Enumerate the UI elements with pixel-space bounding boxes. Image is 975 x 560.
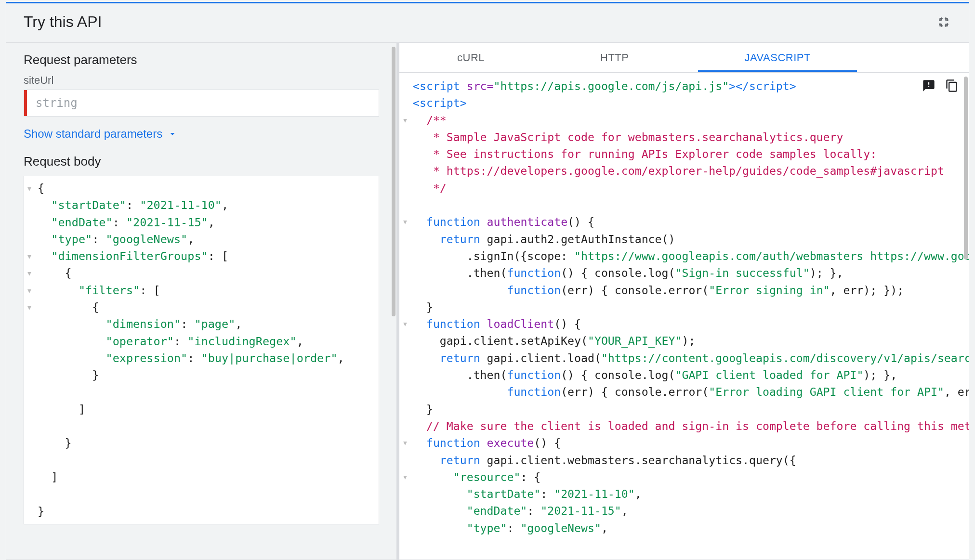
chevron-down-icon (167, 129, 178, 139)
request-pane: Request parameters siteUrl Show standard… (6, 43, 399, 560)
api-explorer-panel: Try this API Request parameters siteUrl … (6, 2, 969, 560)
copy-icon (945, 79, 959, 92)
scrollbar-thumb[interactable] (964, 77, 968, 260)
code-actions (921, 78, 960, 94)
panel-title: Try this API (24, 13, 102, 31)
code-sample-js[interactable]: <script src="https://apis.google.com/js/… (411, 73, 969, 560)
code-fold-gutter: ▾ ▾ ▾ ▾▾ (399, 73, 411, 560)
copy-button[interactable] (944, 78, 960, 94)
json-fold-gutter: ▾▾▾▾▾ (24, 176, 35, 524)
scrollbar-thumb[interactable] (392, 47, 395, 316)
show-standard-parameters-label: Show standard parameters (24, 127, 162, 141)
code-area: ▾ ▾ ▾ ▾▾ <script src="https://apis.googl… (399, 73, 969, 560)
code-sample-pane: cURL HTTP JAVASCRIPT ▾ ▾ ▾ (399, 43, 969, 560)
tab-javascript[interactable]: JAVASCRIPT (686, 43, 868, 72)
tab-http[interactable]: HTTP (542, 43, 686, 72)
collapse-icon (937, 16, 950, 28)
tab-curl[interactable]: cURL (399, 43, 542, 72)
feedback-icon (922, 79, 935, 92)
collapse-button[interactable] (936, 14, 951, 30)
show-standard-parameters-toggle[interactable]: Show standard parameters (24, 127, 178, 141)
request-body-editor[interactable]: ▾▾▾▾▾ { "startDate": "2021-11-10", "endD… (24, 176, 379, 524)
request-body-heading: Request body (24, 154, 379, 169)
siteurl-input[interactable] (27, 90, 379, 116)
siteurl-input-wrap (24, 90, 379, 117)
panel-header: Try this API (6, 3, 969, 43)
request-body-json[interactable]: { "startDate": "2021-11-10", "endDate": … (35, 176, 379, 524)
code-tabs: cURL HTTP JAVASCRIPT (399, 43, 969, 73)
request-parameters-heading: Request parameters (24, 52, 379, 67)
report-issue-button[interactable] (921, 78, 937, 94)
panel-body: Request parameters siteUrl Show standard… (6, 43, 969, 560)
param-label-siteurl: siteUrl (24, 74, 379, 87)
